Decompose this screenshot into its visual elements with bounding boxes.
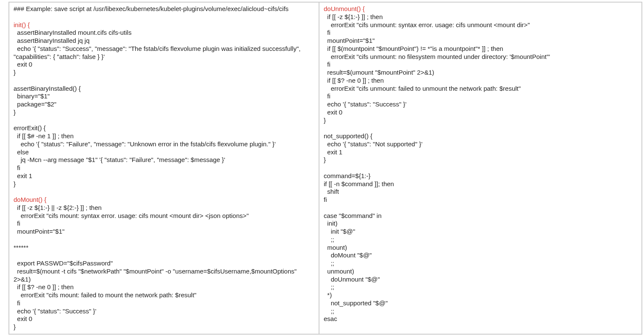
- cmd-block: command=${1:-} if [[ -n $command ]]; the…: [324, 172, 394, 203]
- func-init: init() {: [14, 21, 30, 28]
- code-left: ### Example: save script at /usr/libexec…: [14, 5, 314, 331]
- func-init-body: assertBinaryInstalled mount.cifs cifs-ut…: [14, 29, 303, 76]
- func-dounmount: doUnmount() {: [324, 5, 365, 12]
- code-table: ### Example: save script at /usr/libexec…: [8, 2, 642, 335]
- stars: ******: [14, 244, 28, 251]
- code-left-cell: ### Example: save script at /usr/libexec…: [9, 2, 319, 334]
- func-domount: doMount() {: [14, 196, 47, 203]
- func-notsup: not_supported() { echo '{ "status": "Not…: [324, 132, 422, 163]
- func-domount-b: export PASSWD="$cifsPassword" result=$(m…: [14, 260, 298, 330]
- code-right: doUnmount() { if [[ -z ${1:-} ]] ; then …: [324, 5, 637, 323]
- func-errorexit: errorExit() { if [[ $# -ne 1 ]] ; then e…: [14, 124, 276, 187]
- code-right-cell: doUnmount() { if [[ -z ${1:-} ]] ; then …: [319, 2, 642, 334]
- func-domount-a: if [[ -z ${1:-} || -z ${2:-} ]] ; then e…: [14, 204, 249, 235]
- case-block: case "$command" in init) init "$@" ;; mo…: [324, 212, 388, 323]
- func-assert: assertBinaryInstalled() { binary="$1" pa…: [14, 85, 80, 116]
- comment-line: ### Example: save script at /usr/libexec…: [14, 5, 289, 12]
- func-dounmount-body: if [[ -z ${1:-} ]] ; then errorExit "cif…: [324, 13, 550, 124]
